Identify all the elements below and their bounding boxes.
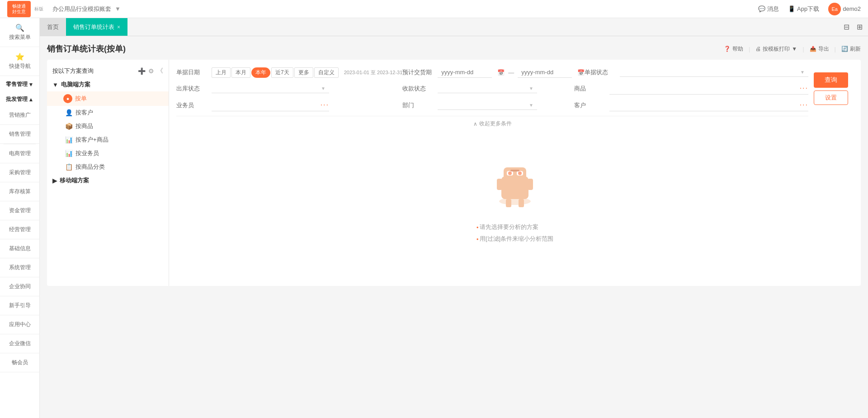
sidebar-search-label: 搜索菜单	[9, 33, 31, 41]
tree-pc-label: 电脑端方案	[61, 81, 90, 89]
tree-item-by-customer[interactable]: 👤 按客户	[47, 106, 169, 119]
cal-icon-start[interactable]: 📅	[497, 69, 505, 76]
cal-icon-end[interactable]: 📅	[577, 69, 585, 76]
sidebar-item-marketing[interactable]: 营销推广	[0, 106, 39, 125]
scheme-settings-btn[interactable]: ⚙	[148, 67, 154, 75]
tree-item-by-order-label: 按单	[75, 95, 87, 103]
print-btn[interactable]: 🖨 按模板打印 ▼	[755, 45, 797, 53]
sidebar-item-finance[interactable]: 资金管理	[0, 201, 39, 220]
content-area: 首页 销售订单统计表 × ⊟ ⊞ 销售订单统计表(按单) ❓ 帮助	[40, 18, 868, 418]
avatar: Ea	[828, 3, 841, 15]
date-btn-custom[interactable]: 自定义	[314, 67, 339, 78]
action-btns-group: 查询 设置	[814, 67, 854, 105]
tree-parent-mobile[interactable]: ▶ 移动端方案	[47, 174, 169, 187]
date-btn-more[interactable]: 更多	[294, 67, 313, 78]
tree-parent-pc[interactable]: ▼ 电脑端方案	[47, 78, 169, 91]
finance-label: 资金管理	[9, 207, 31, 214]
sidebar-item-basic[interactable]: 基础信息	[0, 239, 39, 258]
sidebar-item-inventory[interactable]: 库存核算	[0, 182, 39, 201]
system-label: 系统管理	[9, 264, 31, 271]
bill-status-select[interactable]: ▼	[620, 68, 808, 77]
salesperson-icon: 📊	[65, 150, 73, 157]
customer-more-btn[interactable]: ···	[800, 101, 808, 109]
tree-item-by-category[interactable]: 📋 按商品分类	[47, 160, 169, 174]
salesperson-more-btn[interactable]: ···	[321, 101, 329, 109]
expected-date-group: 预计交货期 📅 — 📅	[402, 67, 585, 78]
tab-home[interactable]: 首页	[40, 18, 66, 36]
user-menu[interactable]: Ea demo2	[828, 3, 861, 15]
help-btn[interactable]: ❓ 帮助	[724, 45, 743, 53]
sidebar-item-member[interactable]: 畅会员	[0, 353, 39, 372]
page-actions: ❓ 帮助 | 🖨 按模板打印 ▼ | 📤 导出 |	[724, 45, 861, 53]
tree-item-by-salesperson[interactable]: 📊 按业务员	[47, 147, 169, 160]
tree-item-by-customer-goods[interactable]: 📊 按客户+商品	[47, 133, 169, 147]
sidebar-section-wholesale[interactable]: 批发管理 ▲	[0, 91, 39, 106]
date-btn-thismonth[interactable]: 本月	[231, 67, 250, 78]
date-btn-last7days[interactable]: 近7天	[271, 67, 293, 78]
ecommerce-label: 电商管理	[9, 150, 31, 157]
wholesale-label: 批发管理	[6, 95, 28, 103]
sidebar-item-search[interactable]: 🔍 搜索菜单	[0, 18, 39, 47]
sidebar-item-appcenter[interactable]: 应用中心	[0, 315, 39, 334]
svg-rect-11	[510, 170, 519, 171]
sidebar-quicknav-label: 快捷导航	[9, 62, 31, 70]
tab-maximize-btn[interactable]: ⊞	[855, 21, 864, 33]
sidebar-item-enterprise[interactable]: 企业协同	[0, 277, 39, 296]
customer-icon: 👤	[65, 109, 73, 116]
sidebar-item-wechat[interactable]: 企业微信	[0, 334, 39, 353]
sidebar-item-newbie[interactable]: 新手引导	[0, 296, 39, 315]
expected-date-start[interactable]	[438, 67, 492, 78]
tree-item-by-goods[interactable]: 📦 按商品	[47, 119, 169, 133]
sidebar-item-quick-nav[interactable]: ⭐ 快捷导航	[0, 47, 39, 76]
wechat-label: 企业微信	[9, 340, 31, 347]
export-btn[interactable]: 📤 导出	[810, 45, 829, 53]
export-icon: 📤	[810, 46, 816, 52]
tab-minimize-btn[interactable]: ⊟	[842, 21, 851, 33]
user-name: demo2	[843, 5, 861, 12]
sidebar-item-sales-mgmt[interactable]: 销售管理	[0, 125, 39, 144]
goods-more-btn[interactable]: ···	[800, 84, 808, 92]
date-btn-lastmonth[interactable]: 上月	[212, 67, 231, 78]
settings-button[interactable]: 设置	[814, 90, 848, 105]
message-btn[interactable]: 💬 消息	[758, 5, 779, 13]
receive-status-dropdown-icon: ▼	[529, 86, 533, 91]
refresh-btn[interactable]: 🔄 刷新	[841, 45, 861, 53]
expected-date-end[interactable]	[518, 67, 572, 78]
active-indicator: ●	[63, 94, 72, 103]
tree-item-by-order[interactable]: ● 按单	[47, 91, 169, 106]
operations-label: 经营管理	[9, 226, 31, 233]
wholesale-arrow: ▲	[28, 96, 34, 103]
department-dropdown-icon: ▼	[529, 103, 533, 108]
receive-status-select[interactable]: ▼	[438, 84, 537, 93]
department-select[interactable]: ▼	[438, 101, 537, 110]
empty-illustration	[488, 158, 542, 214]
svg-rect-2	[497, 179, 502, 190]
refresh-icon: 🔄	[841, 46, 848, 52]
customer-goods-icon: 📊	[65, 136, 73, 143]
add-scheme-btn[interactable]: ➕	[138, 67, 146, 75]
tab-active[interactable]: 销售订单统计表 ×	[66, 18, 127, 36]
collapse-bar[interactable]: ∧ 收起更多条件	[176, 116, 808, 131]
goods-icon: 📦	[65, 123, 73, 130]
tab-bar: 首页 销售订单统计表 × ⊟ ⊞	[40, 18, 868, 36]
date-btn-thisyear[interactable]: 本年	[251, 67, 270, 78]
sidebar-item-purchase[interactable]: 采购管理	[0, 163, 39, 182]
goods-label: 商品	[574, 85, 606, 93]
enterprise-label: 企业协同	[9, 283, 31, 290]
search-button[interactable]: 查询	[814, 72, 848, 88]
customer-label: 客户	[574, 101, 606, 109]
filter-top-row: 单据日期 上月 本月 本年 近7天 更多 自定义	[176, 67, 854, 131]
dropdown-icon[interactable]: ▼	[115, 5, 121, 12]
sidebar-section-retail[interactable]: 零售管理 ▼	[0, 76, 39, 91]
sidebar-item-system[interactable]: 系统管理	[0, 258, 39, 277]
sidebar-item-operations[interactable]: 经营管理	[0, 220, 39, 239]
department-label: 部门	[402, 101, 434, 109]
logo: 畅捷通好生意	[7, 1, 31, 17]
receive-status-label: 收款状态	[402, 85, 434, 93]
sidebar-item-ecommerce[interactable]: 电商管理	[0, 144, 39, 163]
filter-fields: 单据日期 上月 本月 本年 近7天 更多 自定义	[176, 67, 808, 131]
collapse-panel-btn[interactable]: 《	[157, 67, 163, 75]
tab-close-btn[interactable]: ×	[117, 24, 120, 30]
app-download-btn[interactable]: 📱 App下载	[788, 5, 819, 13]
out-status-select[interactable]: ▼	[212, 84, 329, 93]
